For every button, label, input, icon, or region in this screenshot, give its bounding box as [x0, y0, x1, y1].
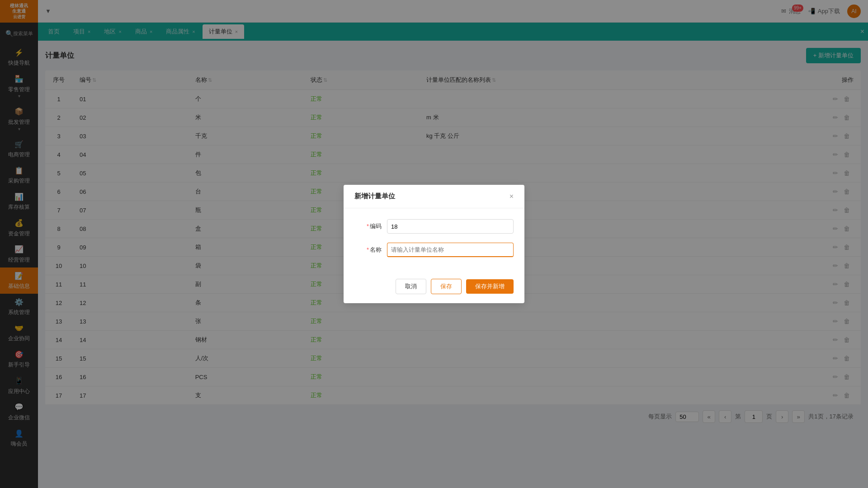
modal-body: *编码 *名称	[344, 208, 524, 273]
form-item-code: *编码	[354, 219, 514, 234]
form-item-name: *名称	[354, 243, 514, 257]
code-input[interactable]	[387, 219, 514, 234]
code-label: *编码	[354, 222, 382, 230]
modal-title: 新增计量单位	[354, 192, 395, 201]
save-button[interactable]: 保存	[431, 279, 462, 294]
add-measure-unit-modal: 新增计量单位 × *编码 *名称 取消 保存 保存并新增	[344, 185, 524, 303]
modal-close-button[interactable]: ×	[509, 192, 514, 201]
modal-overlay[interactable]: 新增计量单位 × *编码 *名称 取消 保存 保存并新增	[0, 0, 868, 488]
save-and-new-button[interactable]: 保存并新增	[466, 279, 514, 294]
cancel-button[interactable]: 取消	[396, 279, 426, 294]
name-input[interactable]	[387, 243, 514, 257]
modal-footer: 取消 保存 保存并新增	[344, 273, 524, 303]
name-label: *名称	[354, 246, 382, 254]
modal-header: 新增计量单位 ×	[344, 185, 524, 208]
